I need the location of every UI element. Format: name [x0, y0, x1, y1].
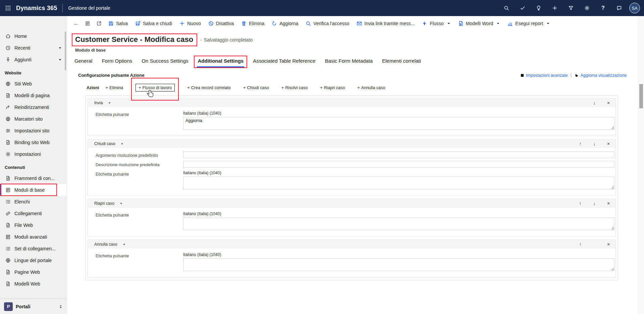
sidebar-item-pagine-web[interactable]: Pagine Web — [0, 266, 67, 278]
remove-panel-button[interactable]: × — [601, 99, 615, 107]
chat-icon[interactable] — [611, 0, 627, 16]
environment-switcher[interactable]: P Portali — [0, 299, 67, 314]
tab-on-success-settings[interactable]: On Success Settings — [141, 58, 189, 67]
sidebar-item-siti-web[interactable]: Siti Web — [0, 78, 67, 89]
form-view-icon[interactable] — [82, 18, 93, 29]
vertical-scrollbar[interactable] — [638, 16, 644, 314]
move-up-button[interactable]: ↑ — [573, 240, 587, 249]
add-cancel-case-button[interactable]: + Annulla caso — [357, 85, 385, 90]
sidebar-item-lingue-del-portale[interactable]: Lingue del portale — [0, 254, 67, 266]
check-access-button[interactable]: Verifica l'accesso — [302, 17, 353, 29]
advanced-settings-link[interactable]: Impostazioni avanzate — [520, 73, 568, 78]
app-title[interactable]: Gestione del portale — [68, 5, 110, 11]
settings-gear-icon[interactable] — [579, 0, 595, 16]
chevron-down-icon[interactable]: ▾ — [120, 202, 122, 205]
move-up-button[interactable]: ↑ — [573, 199, 587, 208]
panel-header[interactable]: Riapri caso ▾ ↑ ↓ × — [88, 199, 615, 208]
move-down-button[interactable]: ↓ — [587, 199, 601, 208]
move-down-button[interactable]: ↓ — [587, 139, 601, 148]
sidebar-item-file-web[interactable]: File Web — [0, 219, 67, 231]
sidebar-item-moduli-avanzati[interactable]: Moduli avanzati — [0, 231, 67, 243]
button-label-textarea[interactable] — [183, 217, 614, 230]
move-up-button[interactable]: ↑ — [573, 139, 587, 148]
button-label-textarea[interactable]: Aggiorna — [183, 117, 614, 130]
help-icon[interactable]: ? — [595, 0, 611, 16]
add-create-related-record-button[interactable]: + Crea record correlato — [187, 85, 231, 90]
word-templates-button[interactable]: Modelli Word — [454, 17, 504, 29]
flow-menu-button[interactable]: Flusso — [418, 17, 454, 29]
sidebar-item-set-di-collegamenti[interactable]: Set di collegamen... — [0, 243, 67, 254]
field-label: Argomento risoluzione predefinito — [88, 151, 183, 158]
button-label-textarea[interactable] — [183, 177, 614, 189]
tab-elementi-correlati[interactable]: Elementi correlati — [381, 58, 422, 67]
move-down-button[interactable]: ↓ — [587, 99, 601, 107]
add-icon[interactable] — [547, 0, 563, 16]
add-delete-action-button[interactable]: + Elimina — [106, 85, 123, 90]
default-resolution-subject-input[interactable] — [183, 151, 614, 158]
sidebar-item-label: Frammenti di con... — [14, 176, 55, 181]
panel-header[interactable]: Chiudi caso ▾ ↑ ↓ × — [88, 139, 615, 148]
chevron-down-icon[interactable]: ▾ — [109, 101, 110, 105]
lightbulb-icon[interactable] — [531, 0, 547, 16]
add-workflow-action-button[interactable]: + Flusso di lavoro — [136, 84, 175, 91]
send-link-button[interactable]: Invia link tramite mess... — [353, 17, 418, 29]
new-button[interactable]: Nuovo — [176, 17, 204, 29]
link-icon — [5, 211, 11, 216]
deactivate-button[interactable]: Disattiva — [205, 17, 238, 29]
tab-basic-form-metadata[interactable]: Basic Form Metadata — [324, 58, 374, 67]
sidebar-item-frammenti[interactable]: Frammenti di con... — [0, 172, 67, 184]
redirect-arrow-icon — [5, 105, 11, 110]
sidebar-scrollbar[interactable] — [65, 32, 66, 70]
remove-panel-button[interactable]: × — [601, 139, 615, 148]
search-icon[interactable] — [498, 0, 515, 16]
tab-form-options[interactable]: Form Options — [101, 58, 133, 67]
sidebar-item-impostazioni[interactable]: Impostazioni — [0, 148, 67, 160]
tab-general[interactable]: General — [74, 58, 93, 67]
panel-header[interactable]: Invia ▾ ↓ × — [88, 99, 615, 107]
refresh-view-link[interactable]: Aggiorna visualizzazione — [575, 73, 627, 78]
panel-header[interactable]: Annulla caso ▾ ↑ × — [88, 240, 615, 249]
tab-additional-settings[interactable]: Additional Settings — [197, 58, 244, 67]
add-resolve-case-button[interactable]: + Risolvi caso — [281, 85, 308, 90]
delete-button[interactable]: Elimina — [237, 17, 268, 29]
check-icon[interactable] — [515, 0, 531, 16]
sidebar-item-modelli-web[interactable]: Modelli Web — [0, 278, 67, 290]
run-report-button[interactable]: Esegui report — [504, 17, 554, 29]
button-label-textarea[interactable] — [183, 258, 614, 271]
actions-toolbar: Azioni + Elimina + Flusso di lavoro — [87, 84, 627, 91]
sidebar-item-modelli-di-pagina[interactable]: Modelli di pagina — [0, 89, 67, 101]
file-icon — [5, 223, 11, 228]
sidebar-item-moduli-di-base[interactable]: Moduli di base — [0, 184, 67, 196]
add-close-case-button[interactable]: + Chiudi caso — [243, 85, 269, 90]
back-button[interactable]: ← — [70, 18, 82, 29]
sidebar-item-recenti[interactable]: Recenti — [0, 42, 67, 54]
sidebar-item-aggiunti[interactable]: Aggiunti — [0, 54, 67, 65]
tab-associated-table-reference[interactable]: Associated Table Reference — [252, 58, 316, 67]
sidebar-item-collegamenti[interactable]: Collegamenti — [0, 207, 67, 219]
refresh-button[interactable]: Aggiorna — [268, 17, 302, 29]
add-button-label: Chiudi caso — [247, 85, 269, 90]
popout-icon[interactable] — [93, 18, 105, 29]
scrollbar-thumb[interactable] — [639, 84, 643, 108]
sidebar-item-impostazioni-sito[interactable]: Impostazioni sito — [0, 125, 67, 136]
sidebar-group-contenuti: Contenuti — [0, 160, 67, 172]
chevron-down-icon[interactable]: ▾ — [123, 243, 125, 246]
brand-title[interactable]: Dynamics 365 — [16, 5, 57, 12]
avatar[interactable]: SA — [629, 3, 640, 13]
sidebar-item-reindirizzamenti[interactable]: Reindirizzamenti — [0, 101, 67, 113]
save-button[interactable]: Salva — [105, 17, 131, 29]
default-resolution-description-input[interactable] — [183, 161, 614, 168]
sidebar-item-binding-sito-web[interactable]: Binding sito Web — [0, 136, 67, 148]
remove-panel-button[interactable]: × — [601, 199, 615, 208]
save-and-close-button[interactable]: Salva e chiudi — [131, 17, 176, 29]
remove-panel-button[interactable]: × — [601, 240, 615, 249]
chevron-down-icon[interactable]: ▾ — [121, 142, 123, 145]
filter-icon[interactable] — [563, 0, 579, 16]
sidebar-item-home[interactable]: Home — [0, 30, 67, 42]
waffle-menu-button[interactable] — [0, 0, 16, 16]
add-reopen-case-button[interactable]: + Riapri caso — [320, 85, 345, 90]
sidebar-item-marcatori-sito[interactable]: Marcatori sito — [0, 113, 67, 125]
tab-label: Associated Table Reference — [253, 58, 316, 64]
sidebar-item-elenchi[interactable]: Elenchi — [0, 196, 67, 207]
hamburger-menu-button[interactable] — [0, 16, 67, 30]
